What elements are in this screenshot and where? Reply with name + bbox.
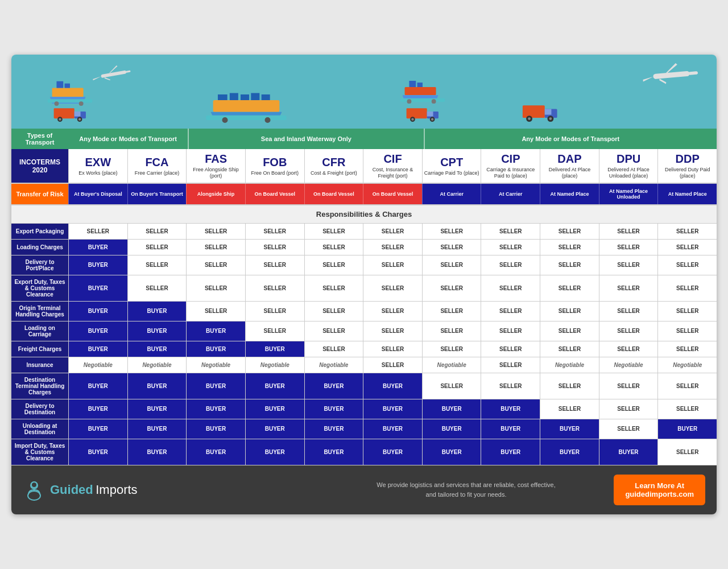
data-cell-0-7: SELLER bbox=[481, 224, 540, 239]
data-cell-2-0: BUYER bbox=[68, 255, 127, 275]
data-cell-3-1: SELLER bbox=[127, 275, 187, 301]
data-cell-5-4: SELLER bbox=[304, 321, 363, 341]
data-cell-5-2: BUYER bbox=[186, 321, 245, 341]
data-cell-0-5: SELLER bbox=[363, 224, 422, 239]
term-abbr-fob: FOB bbox=[263, 156, 287, 169]
svg-rect-54 bbox=[688, 71, 698, 75]
transport-sea: Sea and Inland Waterway Only bbox=[189, 129, 424, 149]
risk-cell-2: Alongside Ship bbox=[186, 184, 245, 204]
data-cell-0-9: SELLER bbox=[599, 224, 658, 239]
data-cell-6-10: SELLER bbox=[657, 341, 717, 357]
logo-icon bbox=[23, 479, 46, 501]
data-cell-9-4: BUYER bbox=[304, 399, 363, 419]
term-abbr-dpu: DPU bbox=[617, 152, 640, 166]
data-cell-5-5: SELLER bbox=[363, 321, 422, 341]
logo-text: Guided Imports bbox=[50, 483, 138, 497]
row-label-9: Delivery to Destination bbox=[11, 399, 68, 419]
data-cell-2-4: SELLER bbox=[304, 255, 363, 275]
data-cell-6-3: BUYER bbox=[245, 341, 304, 357]
data-row-2: Delivery to Port/PlaceBUYERSELLERSELLERS… bbox=[11, 255, 717, 275]
data-row-1: Loading ChargesBUYERSELLERSELLERSELLERSE… bbox=[11, 240, 717, 255]
data-cell-11-7: BUYER bbox=[481, 439, 540, 465]
data-cell-7-9: Negotiable bbox=[599, 357, 658, 373]
data-cell-3-9: SELLER bbox=[599, 275, 658, 301]
data-row-3: Export Duty, Taxes & Customs ClearanceBU… bbox=[11, 275, 717, 302]
data-cell-1-3: SELLER bbox=[245, 240, 304, 255]
risk-cell-7: At Carrier bbox=[481, 184, 540, 204]
data-cell-10-6: BUYER bbox=[422, 419, 481, 439]
term-abbr-cfr: CFR bbox=[322, 156, 345, 169]
data-cell-10-10: BUYER bbox=[657, 419, 717, 439]
data-cell-2-7: SELLER bbox=[481, 255, 540, 275]
term-col-cpt: CPTCarriage Paid To (place) bbox=[422, 149, 481, 183]
svg-rect-29 bbox=[405, 87, 436, 95]
svg-rect-24 bbox=[262, 94, 270, 100]
svg-marker-52 bbox=[665, 63, 678, 73]
data-cell-7-4: Negotiable bbox=[304, 357, 363, 373]
data-cell-1-6: SELLER bbox=[422, 240, 481, 255]
data-cell-5-1: BUYER bbox=[127, 321, 187, 341]
data-row-0: Export PackagingSELLERSELLERSELLERSELLER… bbox=[11, 224, 717, 240]
svg-marker-53 bbox=[659, 79, 667, 85]
svg-rect-26 bbox=[206, 116, 287, 120]
data-cell-11-6: BUYER bbox=[422, 439, 481, 465]
row-label-4: Origin Terminal Handling Charges bbox=[11, 302, 68, 321]
term-abbr-ddp: DDP bbox=[676, 152, 700, 166]
data-cell-7-2: Negotiable bbox=[186, 357, 245, 373]
data-cell-1-2: SELLER bbox=[186, 240, 245, 255]
svg-point-40 bbox=[411, 118, 413, 121]
svg-point-27 bbox=[222, 117, 228, 123]
data-cell-7-6: Negotiable bbox=[422, 357, 481, 373]
data-cell-2-3: SELLER bbox=[245, 255, 304, 275]
data-cell-2-10: SELLER bbox=[657, 255, 717, 275]
svg-rect-5 bbox=[52, 88, 84, 97]
resp-header: Responsibilities & Charges bbox=[11, 205, 717, 224]
data-cell-11-1: BUYER bbox=[127, 439, 187, 465]
footer: Guided Imports We provide logistics and … bbox=[11, 465, 717, 514]
term-full-cif: Cost, Insurance & Freight (port) bbox=[365, 167, 421, 179]
data-row-6: Freight ChargesBUYERBUYERBUYERBUYERSELLE… bbox=[11, 341, 717, 357]
data-cell-10-5: BUYER bbox=[363, 419, 422, 439]
data-cell-11-3: BUYER bbox=[245, 439, 304, 465]
data-cell-0-1: SELLER bbox=[127, 224, 187, 239]
svg-point-47 bbox=[528, 117, 531, 120]
terms-header: EXWEx Works (place)FCAFree Carrier (plac… bbox=[68, 149, 717, 183]
footer-cta[interactable]: Learn More At guidedimports.com bbox=[614, 475, 705, 505]
row-label-7: Insurance bbox=[11, 357, 68, 373]
term-col-cip: CIPCarriage & Insurance Paid to (place) bbox=[481, 149, 540, 183]
data-rows: Export PackagingSELLERSELLERSELLERSELLER… bbox=[11, 224, 717, 465]
data-cell-9-8: SELLER bbox=[540, 399, 599, 419]
footer-tagline: We provide logistics and services that a… bbox=[318, 480, 614, 499]
term-col-cif: CIFCost, Insurance & Freight (port) bbox=[363, 149, 422, 183]
term-full-fca: Free Carrier (place) bbox=[135, 170, 180, 176]
term-full-fas: Free Alongside Ship (port) bbox=[188, 167, 244, 179]
data-cell-6-2: BUYER bbox=[186, 341, 245, 357]
term-abbr-fca: FCA bbox=[145, 156, 168, 169]
svg-marker-51 bbox=[643, 77, 653, 82]
term-col-ddp: DDPDelivered Duty Paid (place) bbox=[657, 149, 717, 183]
svg-point-18 bbox=[78, 118, 81, 121]
data-cell-1-9: SELLER bbox=[599, 240, 658, 255]
data-cell-5-3: SELLER bbox=[245, 321, 304, 341]
row-label-5: Loading on Carriage bbox=[11, 321, 68, 341]
risk-cell-10: At Named Place bbox=[657, 184, 717, 204]
risk-cell-3: On Board Vessel bbox=[245, 184, 304, 204]
data-cell-8-8: SELLER bbox=[540, 373, 599, 399]
term-full-cpt: Carriage Paid To (place) bbox=[424, 170, 479, 176]
data-cell-8-1: BUYER bbox=[127, 373, 187, 399]
term-full-fob: Free On Board (port) bbox=[251, 170, 299, 176]
data-cell-7-5: SELLER bbox=[363, 357, 422, 373]
data-cell-2-8: SELLER bbox=[540, 255, 599, 275]
data-cell-10-7: BUYER bbox=[481, 419, 540, 439]
data-cell-0-10: SELLER bbox=[657, 224, 717, 239]
data-cell-9-2: BUYER bbox=[186, 399, 245, 419]
data-cell-0-3: SELLER bbox=[245, 224, 304, 239]
icon-group-3 bbox=[364, 59, 482, 129]
data-cell-4-10: SELLER bbox=[657, 302, 717, 321]
data-cell-6-8: SELLER bbox=[540, 341, 599, 357]
data-cell-11-9: BUYER bbox=[599, 439, 658, 465]
data-cell-8-10: SELLER bbox=[657, 373, 717, 399]
data-cell-4-3: SELLER bbox=[245, 302, 304, 321]
incoterms-title: INCOTERMS 2020 bbox=[11, 149, 68, 183]
data-cell-4-7: SELLER bbox=[481, 302, 540, 321]
